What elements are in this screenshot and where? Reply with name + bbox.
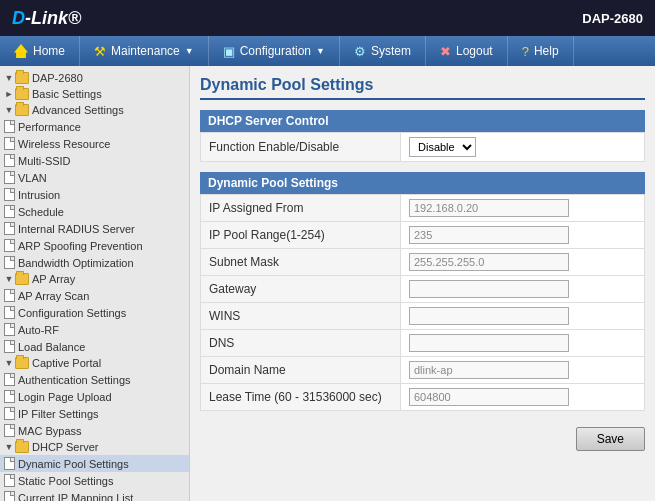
expand-icon: ▼ <box>4 73 14 83</box>
page-icon <box>4 457 15 470</box>
sidebar-item-login-page[interactable]: Login Page Upload <box>0 388 189 405</box>
nav-logout[interactable]: ✖ Logout <box>426 36 508 66</box>
function-enable-select[interactable]: Disable Enable <box>409 137 476 157</box>
nav-configuration[interactable]: ▣ Configuration ▼ <box>209 36 340 66</box>
page-icon <box>4 424 15 437</box>
field-value[interactable] <box>401 357 645 384</box>
sidebar-item-auto-rf[interactable]: Auto-RF <box>0 321 189 338</box>
sidebar-item-dynamic-pool[interactable]: Dynamic Pool Settings <box>0 455 189 472</box>
sidebar-item-bandwidth[interactable]: Bandwidth Optimization <box>0 254 189 271</box>
sidebar: ▼ DAP-2680 ► Basic Settings ▼ Advanced S… <box>0 66 190 501</box>
subnet-mask-input[interactable] <box>409 253 569 271</box>
sidebar-item-current-ip[interactable]: Current IP Mapping List <box>0 489 189 501</box>
expand-icon: ► <box>4 89 14 99</box>
field-value[interactable] <box>401 195 645 222</box>
ip-assigned-from-input[interactable] <box>409 199 569 217</box>
navbar: Home ⚒ Maintenance ▼ ▣ Configuration ▼ ⚙… <box>0 36 655 66</box>
wins-input[interactable] <box>409 307 569 325</box>
sidebar-label: Advanced Settings <box>32 104 124 116</box>
page-icon <box>4 289 15 302</box>
sidebar-item-static-pool[interactable]: Static Pool Settings <box>0 472 189 489</box>
domain-name-input[interactable] <box>409 361 569 379</box>
field-value[interactable] <box>401 276 645 303</box>
dns-input[interactable] <box>409 334 569 352</box>
sidebar-item-captive-portal[interactable]: ▼ Captive Portal <box>0 355 189 371</box>
sidebar-label: Wireless Resource <box>18 138 110 150</box>
sidebar-item-config-settings[interactable]: Configuration Settings <box>0 304 189 321</box>
sidebar-label: Internal RADIUS Server <box>18 223 135 235</box>
field-label: Gateway <box>201 276 401 303</box>
sidebar-item-ap-array[interactable]: ▼ AP Array <box>0 271 189 287</box>
page-icon <box>4 205 15 218</box>
sidebar-label: Login Page Upload <box>18 391 112 403</box>
field-value[interactable] <box>401 249 645 276</box>
expand-icon: ▼ <box>4 358 14 368</box>
sidebar-item-vlan[interactable]: VLAN <box>0 169 189 186</box>
sidebar-item-ap-array-scan[interactable]: AP Array Scan <box>0 287 189 304</box>
nav-maintenance[interactable]: ⚒ Maintenance ▼ <box>80 36 209 66</box>
nav-help[interactable]: ? Help <box>508 36 574 66</box>
save-button[interactable]: Save <box>576 427 645 451</box>
sidebar-item-auth-settings[interactable]: Authentication Settings <box>0 371 189 388</box>
content-area: Dynamic Pool Settings DHCP Server Contro… <box>190 66 655 501</box>
sidebar-label: Configuration Settings <box>18 307 126 319</box>
page-icon <box>4 256 15 269</box>
nav-system[interactable]: ⚙ System <box>340 36 426 66</box>
nav-system-label: System <box>371 44 411 58</box>
field-value[interactable] <box>401 303 645 330</box>
sidebar-item-ip-filter[interactable]: IP Filter Settings <box>0 405 189 422</box>
page-icon <box>4 222 15 235</box>
nav-home[interactable]: Home <box>0 36 80 66</box>
sidebar-label: DAP-2680 <box>32 72 83 84</box>
maintenance-arrow: ▼ <box>185 46 194 56</box>
dynamic-pool-table: IP Assigned From IP Pool Range(1-254) Su… <box>200 194 645 411</box>
sidebar-label: Dynamic Pool Settings <box>18 458 129 470</box>
sidebar-item-wireless-resource[interactable]: Wireless Resource <box>0 135 189 152</box>
sidebar-item-mac-bypass[interactable]: MAC Bypass <box>0 422 189 439</box>
page-icon <box>4 306 15 319</box>
sidebar-label: Current IP Mapping List <box>18 492 133 502</box>
sidebar-item-load-balance[interactable]: Load Balance <box>0 338 189 355</box>
sidebar-item-basic-settings[interactable]: ► Basic Settings <box>0 86 189 102</box>
system-icon: ⚙ <box>354 44 366 59</box>
folder-icon <box>15 273 29 285</box>
page-icon <box>4 239 15 252</box>
sidebar-label: Static Pool Settings <box>18 475 113 487</box>
expand-icon: ▼ <box>4 274 14 284</box>
tools-icon: ⚒ <box>94 44 106 59</box>
logout-icon: ✖ <box>440 44 451 59</box>
table-row: Lease Time (60 - 31536000 sec) <box>201 384 645 411</box>
field-value[interactable] <box>401 222 645 249</box>
ip-pool-range-input[interactable] <box>409 226 569 244</box>
field-value[interactable] <box>401 384 645 411</box>
sidebar-label: Schedule <box>18 206 64 218</box>
sidebar-label: Intrusion <box>18 189 60 201</box>
sidebar-item-arp-spoofing[interactable]: ARP Spoofing Prevention <box>0 237 189 254</box>
page-icon <box>4 323 15 336</box>
logo-d: D <box>12 8 25 28</box>
gateway-input[interactable] <box>409 280 569 298</box>
sidebar-item-dhcp-server[interactable]: ▼ DHCP Server <box>0 439 189 455</box>
sidebar-label: Auto-RF <box>18 324 59 336</box>
field-value[interactable] <box>401 330 645 357</box>
field-value[interactable]: Disable Enable <box>401 133 645 162</box>
sidebar-item-dap2680[interactable]: ▼ DAP-2680 <box>0 70 189 86</box>
field-label: DNS <box>201 330 401 357</box>
lease-time-input[interactable] <box>409 388 569 406</box>
table-row: Gateway <box>201 276 645 303</box>
sidebar-label: Basic Settings <box>32 88 102 100</box>
table-row: Subnet Mask <box>201 249 645 276</box>
sidebar-item-advanced-settings[interactable]: ▼ Advanced Settings <box>0 102 189 118</box>
sidebar-item-multi-ssid[interactable]: Multi-SSID <box>0 152 189 169</box>
field-label: WINS <box>201 303 401 330</box>
expand-icon: ▼ <box>4 105 14 115</box>
sidebar-label: IP Filter Settings <box>18 408 99 420</box>
nav-configuration-label: Configuration <box>240 44 311 58</box>
model-name: DAP-2680 <box>582 11 643 26</box>
sidebar-item-performance[interactable]: Performance <box>0 118 189 135</box>
field-label: Function Enable/Disable <box>201 133 401 162</box>
sidebar-item-internal-radius[interactable]: Internal RADIUS Server <box>0 220 189 237</box>
sidebar-item-schedule[interactable]: Schedule <box>0 203 189 220</box>
sidebar-item-intrusion[interactable]: Intrusion <box>0 186 189 203</box>
help-icon: ? <box>522 44 529 59</box>
